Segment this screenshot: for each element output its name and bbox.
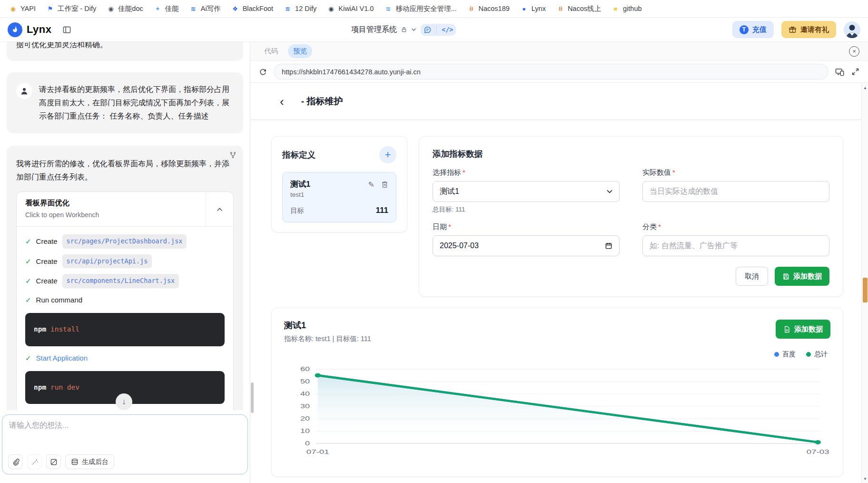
- preview-tab-bar: 代码 预览 ×: [250, 42, 868, 61]
- recharge-button[interactable]: T 充值: [732, 21, 774, 38]
- bookmark-item[interactable]: ◉佳能doc: [102, 2, 147, 15]
- svg-text:07-01: 07-01: [306, 448, 329, 455]
- responsive-devices-icon[interactable]: [835, 68, 845, 76]
- bookmark-item[interactable]: (-)Nacos189: [463, 3, 514, 15]
- check-icon: ✓: [25, 235, 31, 248]
- select-helper: 总目标: 111: [433, 205, 620, 214]
- collapse-button[interactable]: [206, 192, 233, 226]
- back-button[interactable]: ‹: [280, 95, 284, 108]
- workbench-step[interactable]: ✓Start Application: [25, 352, 225, 364]
- chat-messages[interactable]: 据可优化更加灵活和精确。 请去掉看板的更新频率，然后优化下界面，指标部分占用高度…: [0, 42, 250, 410]
- bookmark-favicon: ●: [520, 5, 528, 13]
- category-input[interactable]: [650, 242, 822, 250]
- chat-mode-icon[interactable]: [424, 26, 432, 34]
- url-input[interactable]: [282, 68, 820, 76]
- magic-wand-button[interactable]: [27, 454, 42, 469]
- bookmark-label: BlackFoot: [243, 5, 273, 12]
- preview-scrollbar[interactable]: ▲ ▼: [861, 83, 868, 483]
- input-toolbar: 生成后台: [8, 454, 114, 469]
- legend-item[interactable]: 百度: [774, 350, 796, 359]
- user-message-text: 请去掉看板的更新频率，然后优化下界面，指标部分占用高度目前太大，在部门目标完成情…: [39, 83, 234, 123]
- chart-add-data-button[interactable]: 添加数据: [776, 320, 830, 339]
- bookmark-item[interactable]: ✦佳能: [149, 2, 183, 15]
- bookmark-label: 佳能doc: [118, 4, 143, 13]
- fullscreen-icon[interactable]: [851, 68, 859, 76]
- code-mode-icon[interactable]: </>: [442, 26, 453, 33]
- delete-icon[interactable]: [381, 181, 388, 188]
- bookmark-item[interactable]: ≋移动应用安全管理...: [380, 2, 461, 15]
- actual-value-wrap: [642, 181, 829, 202]
- bookmark-label: 工作室 - Dify: [58, 4, 96, 13]
- bookmark-label: KiwiAI V1.0: [338, 5, 374, 12]
- step-label: Create: [36, 255, 58, 268]
- check-icon: ✓: [25, 352, 31, 364]
- actual-value-input[interactable]: [650, 187, 822, 196]
- chat-input[interactable]: [9, 421, 241, 448]
- bookmark-item[interactable]: ◉YAPI: [5, 3, 40, 15]
- bookmark-favicon: ◉: [327, 5, 335, 13]
- generate-backend-button[interactable]: 生成后台: [65, 454, 114, 469]
- field-date: 日期* 2025-07-03: [433, 222, 620, 256]
- add-metric-button[interactable]: +: [379, 146, 396, 163]
- metric-select[interactable]: 测试1: [433, 181, 620, 202]
- target-value: 111: [376, 206, 389, 215]
- bookmark-item[interactable]: ≋Ai写作: [185, 2, 225, 15]
- tab-code[interactable]: 代码: [259, 44, 283, 58]
- metric-definition-card: 指标定义 + 测试1 ✎ te: [271, 136, 407, 232]
- scroll-down-arrow[interactable]: ▼: [862, 475, 868, 482]
- check-icon: ✓: [25, 255, 31, 268]
- sidebar-toggle-icon[interactable]: [62, 25, 71, 34]
- browser-url-bar: [250, 61, 868, 83]
- close-icon[interactable]: ×: [849, 46, 859, 57]
- preview-scrollbar-thumb[interactable]: [863, 278, 868, 302]
- bookmark-item[interactable]: ⚑工作室 - Dify: [42, 2, 100, 15]
- scroll-to-bottom-button[interactable]: ↓: [116, 393, 132, 410]
- submit-add-data-button[interactable]: 添加数据: [775, 267, 829, 286]
- workbench-header[interactable]: 看板界面优化 Click to open Workbench: [17, 192, 233, 227]
- project-name[interactable]: 项目管理系统: [351, 25, 397, 35]
- user-message-avatar: [16, 83, 32, 99]
- chevron-down-icon[interactable]: [411, 28, 416, 31]
- workbench-card[interactable]: 看板界面优化 Click to open Workbench ✓Createsr…: [16, 191, 234, 410]
- bookmark-item[interactable]: ◉KiwiAI V1.0: [323, 3, 378, 15]
- date-label: 日期: [433, 222, 447, 231]
- app-logo[interactable]: Lynx: [8, 22, 52, 37]
- svg-text:60: 60: [300, 366, 310, 372]
- bookmark-label: 12 Dify: [295, 5, 316, 12]
- metric-item[interactable]: 测试1 ✎ test1 目标 111: [282, 172, 396, 222]
- invite-label: 邀请有礼: [800, 25, 829, 34]
- invite-button[interactable]: 邀请有礼: [781, 21, 836, 38]
- refresh-icon[interactable]: [259, 68, 267, 76]
- bookmark-item[interactable]: (-)Nacos线上: [552, 2, 605, 15]
- preview-panel: 代码 预览 × ‹ - 指标维护 指标定义 +: [250, 42, 868, 483]
- chart-legend: 百度总计: [284, 350, 830, 359]
- bookmark-item[interactable]: ≋12 Dify: [279, 3, 321, 15]
- scroll-up-arrow[interactable]: ▲: [862, 84, 868, 91]
- date-input[interactable]: 2025-07-03: [433, 235, 620, 256]
- tab-preview[interactable]: 预览: [288, 44, 312, 58]
- fork-icon[interactable]: [229, 151, 237, 159]
- bookmark-item[interactable]: ●Lynx: [516, 3, 550, 15]
- clear-format-button[interactable]: [46, 454, 61, 469]
- file-path-chip[interactable]: src/api/projectApi.js: [62, 254, 152, 269]
- bookmark-item[interactable]: ■github: [607, 3, 646, 15]
- bookmark-label: github: [623, 5, 642, 12]
- mode-switch: </>: [421, 24, 456, 36]
- add-data-form-card: 添加指标数据 选择指标* 测试1 总目标: 111: [419, 136, 843, 297]
- cancel-button[interactable]: 取消: [736, 267, 768, 286]
- bookmark-favicon: ⚑: [46, 5, 54, 13]
- metric-chart-card: 测试1 指标名称: test1 | 目标值: 111 添加数据 百度总计: [271, 308, 843, 477]
- calendar-icon[interactable]: [605, 242, 612, 250]
- file-path-chip[interactable]: src/pages/ProjectDashboard.jsx: [62, 234, 187, 249]
- attach-button[interactable]: [8, 454, 23, 469]
- user-avatar[interactable]: [844, 21, 860, 38]
- svg-text:07-03: 07-03: [807, 448, 829, 455]
- edit-icon[interactable]: ✎: [368, 180, 375, 189]
- svg-text:0: 0: [305, 440, 310, 447]
- chat-scrollbar-thumb[interactable]: [251, 382, 254, 413]
- legend-item[interactable]: 总计: [806, 350, 828, 359]
- page-header: ‹ - 指标维护: [250, 83, 861, 120]
- bookmark-item[interactable]: ❖BlackFoot: [227, 3, 277, 15]
- file-path-chip[interactable]: src/components/LineChart.jsx: [62, 274, 179, 288]
- workbench-subtitle: Click to open Workbench: [25, 209, 197, 221]
